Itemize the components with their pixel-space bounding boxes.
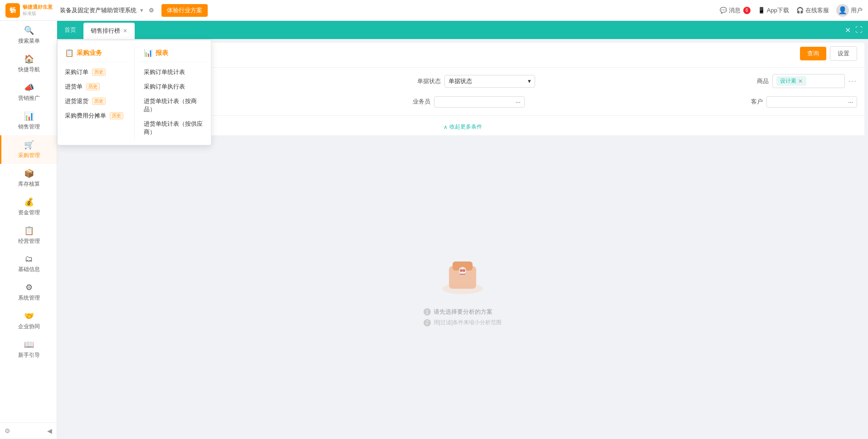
dropdown-col-report: 📊 报表 采购订单统计表 采购订单执行表 进货单统计表（按商品） 进货单统计表（… — [137, 46, 211, 139]
dropdown-col-purchase: 📋 采购业务 采购订单 历史 进货单 历史 进货退货 历史 采购费用分摊单 历史 — [58, 46, 132, 139]
dropdown-columns: 📋 采购业务 采购订单 历史 进货单 历史 进货退货 历史 采购费用分摊单 历史 — [58, 46, 211, 139]
col-purchase-title: 📋 采购业务 — [61, 46, 129, 62]
dropdown-divider — [134, 46, 135, 139]
dropdown-item-purchase-order[interactable]: 采购订单 历史 — [61, 65, 129, 79]
dropdown-item-order-stats[interactable]: 采购订单统计表 — [140, 65, 208, 79]
col-report-title: 📊 报表 — [140, 46, 208, 62]
dropdown-item-goods-receipt[interactable]: 进货单 历史 — [61, 79, 129, 94]
history-tag-purchase-expense: 历史 — [110, 112, 123, 119]
dropdown-item-goods-return[interactable]: 进货退货 历史 — [61, 94, 129, 109]
purchase-dropdown-menu: 📋 采购业务 采购订单 历史 进货单 历史 进货退货 历史 采购费用分摊单 历史 — [57, 40, 211, 145]
report-col-icon: 📊 — [144, 49, 153, 57]
purchase-col-icon: 📋 — [65, 49, 74, 57]
history-tag-purchase-order: 历史 — [92, 69, 106, 76]
dropdown-item-receipt-stats-supplier[interactable]: 进货单统计表（按供应商） — [140, 117, 208, 139]
dropdown-item-order-exec[interactable]: 采购订单执行表 — [140, 79, 208, 94]
history-tag-goods-return: 历史 — [92, 98, 106, 105]
dropdown-item-receipt-stats-goods[interactable]: 进货单统计表（按商品） — [140, 94, 208, 117]
history-tag-goods-receipt: 历史 — [86, 83, 100, 90]
dropdown-item-purchase-expense[interactable]: 采购费用分摊单 历史 — [61, 109, 129, 123]
